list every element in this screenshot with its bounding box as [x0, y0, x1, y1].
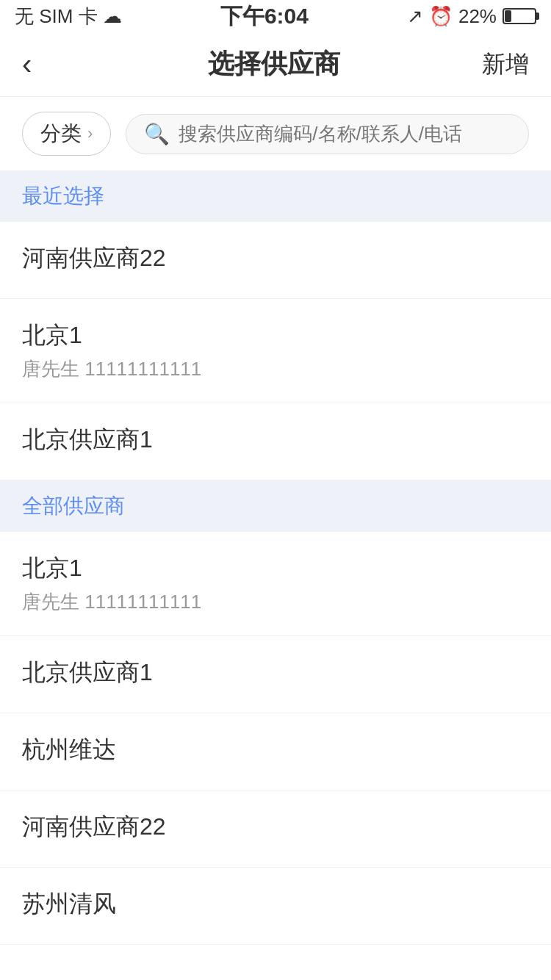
recent-list: 河南供应商22北京1唐先生 11111111111北京供应商1 — [0, 222, 551, 480]
location-icon: ↗ — [407, 5, 423, 28]
recent-section-header: 最近选择 — [0, 170, 551, 222]
search-icon: 🔍 — [144, 122, 170, 146]
all-label: 全部供应商 — [22, 494, 125, 517]
status-left: 无 SIM 卡 ☁ — [15, 4, 122, 29]
list-item[interactable]: 苏州清风 — [0, 868, 551, 945]
all-section-header: 全部供应商 — [0, 480, 551, 532]
item-name: 北京1 — [22, 552, 529, 585]
status-time: 下午6:04 — [220, 1, 309, 32]
add-button[interactable]: 新增 — [482, 48, 529, 81]
battery-percent: 22% — [458, 5, 497, 28]
list-item[interactable]: 河南供应商22 — [0, 790, 551, 868]
sim-status: 无 SIM 卡 ☁ — [15, 4, 122, 29]
status-right: ↗ ⏰ 22% — [407, 5, 536, 28]
item-name: 北京供应商1 — [22, 424, 529, 456]
alarm-icon: ⏰ — [429, 5, 453, 28]
category-button[interactable]: 分类 › — [22, 112, 111, 156]
list-item[interactable]: 北京供应商1 — [0, 636, 551, 713]
list-item[interactable]: 河南供应商22 — [0, 222, 551, 299]
item-name: 北京供应商1 — [22, 657, 529, 689]
list-item[interactable]: 杭州维达 — [0, 713, 551, 790]
chevron-icon: › — [87, 124, 93, 143]
nav-bar: ‹ 选择供应商 新增 — [0, 32, 551, 97]
page-title: 选择供应商 — [208, 46, 340, 82]
category-label: 分类 — [40, 120, 82, 148]
list-item[interactable]: 北京供应商1 — [0, 403, 551, 480]
all-list: 北京1唐先生 11111111111北京供应商1杭州维达河南供应商22苏州清风 — [0, 532, 551, 945]
status-bar: 无 SIM 卡 ☁ 下午6:04 ↗ ⏰ 22% — [0, 0, 551, 32]
item-contact: 唐先生 11111111111 — [22, 589, 529, 615]
battery-icon — [503, 8, 536, 24]
filter-bar: 分类 › 🔍 — [0, 97, 551, 170]
item-name: 北京1 — [22, 320, 529, 352]
search-input[interactable] — [179, 123, 511, 145]
item-name: 杭州维达 — [22, 734, 529, 766]
item-name: 河南供应商22 — [22, 242, 529, 275]
item-contact: 唐先生 11111111111 — [22, 356, 529, 382]
item-name: 河南供应商22 — [22, 811, 529, 843]
recent-label: 最近选择 — [22, 184, 104, 207]
list-item[interactable]: 北京1唐先生 11111111111 — [0, 299, 551, 403]
item-name: 苏州清风 — [22, 888, 529, 920]
search-box[interactable]: 🔍 — [126, 114, 529, 154]
back-button[interactable]: ‹ — [22, 48, 66, 81]
list-item[interactable]: 北京1唐先生 11111111111 — [0, 532, 551, 636]
